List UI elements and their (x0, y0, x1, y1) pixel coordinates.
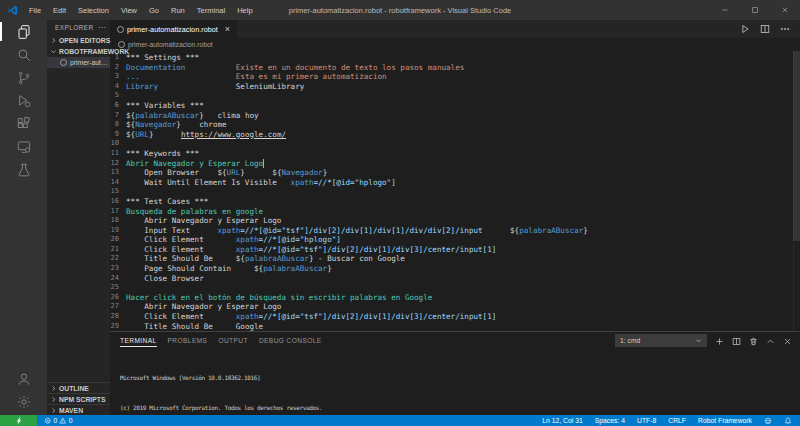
kill-terminal-icon[interactable] (749, 332, 758, 350)
line-content: Page Should Contain ${palabraABuscar} (126, 264, 332, 274)
menu-go[interactable]: Go (143, 6, 165, 15)
remote-explorer-icon[interactable] (0, 135, 47, 158)
code-line-3[interactable]: 3... Esta es mi primera automatizacion (110, 72, 800, 82)
code-line-26[interactable]: 26Hacer click en el botón de búsqueda si… (110, 293, 800, 303)
ellipsis-icon[interactable]: ··· (98, 25, 106, 30)
status-utf-8[interactable]: UTF-8 (637, 417, 656, 424)
code-line-1[interactable]: 1*** Settings *** (110, 53, 800, 63)
bell-icon[interactable] (784, 417, 792, 425)
line-number: 20 (110, 235, 126, 245)
code-line-13[interactable]: 13 Open Browser ${URL} ${Navegador} (110, 168, 800, 178)
line-number: 15 (110, 187, 126, 197)
code-line-24[interactable]: 24 Close Browser (110, 274, 800, 284)
chevron-down-icon (695, 337, 702, 344)
code-line-19[interactable]: 19 Input Text xpath=//*[@id="tsf"]/div[2… (110, 226, 800, 236)
panel-tab-debug-console[interactable]: DEBUG CONSOLE (259, 334, 322, 347)
menu-help[interactable]: Help (231, 6, 258, 15)
menu-selection[interactable]: Selection (72, 6, 115, 15)
panel-tab-bar: TERMINALPROBLEMSOUTPUTDEBUG CONSOLE 1: c… (110, 332, 800, 349)
source-control-icon[interactable] (0, 66, 47, 89)
code-line-2[interactable]: 2Documentation Existe en un documento de… (110, 63, 800, 73)
feedback-smiley-icon[interactable] (764, 417, 772, 425)
problems-status[interactable]: 0 0 (37, 417, 73, 425)
code-line-4[interactable]: 4Library SeleniumLibrary (110, 82, 800, 92)
tab-primer-automatizacion[interactable]: primer-automatizacion.robot × (110, 20, 237, 38)
panel-tabs: TERMINALPROBLEMSOUTPUTDEBUG CONSOLE (120, 334, 322, 347)
code-line-17[interactable]: 17Busqueda de palabras en google (110, 207, 800, 217)
robot-file-icon (117, 26, 124, 33)
line-content: Click Element xpath=//*[@id="hplogo"] (126, 235, 341, 245)
code-line-15[interactable]: 15 (110, 187, 800, 197)
test-beaker-icon[interactable] (0, 158, 47, 181)
code-line-28[interactable]: 28 Click Element xpath=//*[@id="tsf"]/di… (110, 312, 800, 322)
editor-scrollbar[interactable] (793, 51, 800, 331)
code-line-22[interactable]: 22 Title Should Be ${palabraABuscar} - B… (110, 254, 800, 264)
sidebar-section-npm-scripts[interactable]: NPM SCRIPTS (47, 393, 110, 404)
line-number: 8 (110, 120, 126, 130)
panel-tab-output[interactable]: OUTPUT (218, 334, 248, 347)
panel-tab-terminal[interactable]: TERMINAL (120, 334, 157, 347)
line-content: Abrir Navegador y Esperar Logo (126, 302, 281, 312)
panel-tab-problems[interactable]: PROBLEMS (168, 334, 208, 347)
split-terminal-icon[interactable] (732, 332, 741, 350)
status-ln-12-col-31[interactable]: Ln 12, Col 31 (542, 417, 582, 424)
status-crlf[interactable]: CRLF (668, 417, 686, 424)
close-icon[interactable]: × (225, 24, 230, 34)
menu-edit[interactable]: Edit (47, 6, 72, 15)
status-robot-framework[interactable]: Robot Framework (698, 417, 752, 424)
code-line-20[interactable]: 20 Click Element xpath=//*[@id="hplogo"] (110, 235, 800, 245)
line-number: 12 (110, 159, 126, 169)
code-line-27[interactable]: 27 Abrir Navegador y Esperar Logo (110, 302, 800, 312)
line-content: *** Variables *** (126, 101, 204, 111)
account-icon[interactable] (0, 367, 47, 390)
code-line-23[interactable]: 23 Page Should Contain ${palabraABuscar} (110, 264, 800, 274)
minimize-icon[interactable] (710, 0, 740, 20)
menu-view[interactable]: View (115, 6, 143, 15)
line-number: 23 (110, 264, 126, 274)
code-line-12[interactable]: 12Abrir Navegador y Esperar Logo (110, 159, 800, 169)
explorer-icon[interactable] (0, 20, 47, 43)
search-icon[interactable] (0, 43, 47, 66)
open-editors-section[interactable]: OPEN EDITORS (47, 35, 110, 46)
new-terminal-icon[interactable] (715, 332, 724, 350)
robot-file-icon (118, 41, 125, 48)
close-panel-icon[interactable] (783, 332, 792, 350)
menu-file[interactable]: File (23, 6, 47, 15)
maximize-icon[interactable] (740, 0, 770, 20)
sidebar-section-outline[interactable]: OUTLINE (47, 382, 110, 393)
code-line-21[interactable]: 21 Click Element xpath=//*[@id="tsf"]/di… (110, 245, 800, 255)
code-line-8[interactable]: 8${Navegador} chrome (110, 120, 800, 130)
code-line-14[interactable]: 14 Wait Until Element Is Visible xpath=/… (110, 178, 800, 188)
code-line-18[interactable]: 18 Abrir Navegador y Esperar Logo (110, 216, 800, 226)
extensions-icon[interactable] (0, 112, 47, 135)
code-editor[interactable]: 1*** Settings ***2Documentation Existe e… (110, 51, 800, 331)
line-number: 21 (110, 245, 126, 255)
remote-indicator[interactable] (0, 415, 37, 426)
code-line-16[interactable]: 16*** Test Cases *** (110, 197, 800, 207)
split-editor-icon[interactable] (760, 20, 770, 38)
menu-run[interactable]: Run (165, 6, 191, 15)
maximize-panel-icon[interactable] (766, 332, 775, 350)
sidebar-section-maven[interactable]: MAVEN (47, 404, 110, 415)
close-icon[interactable] (770, 0, 800, 20)
code-line-5[interactable]: 5 (110, 91, 800, 101)
more-actions-icon[interactable] (780, 20, 790, 38)
run-icon[interactable] (740, 20, 750, 38)
code-line-29[interactable]: 29 Title Should Be Google (110, 322, 800, 331)
code-line-10[interactable]: 10 (110, 139, 800, 149)
manage-gear-icon[interactable] (0, 390, 47, 413)
code-line-9[interactable]: 9${URL} https://www.google.com/ (110, 130, 800, 140)
code-line-25[interactable]: 25 (110, 283, 800, 293)
code-line-7[interactable]: 7${palabraABuscar} clima hoy (110, 111, 800, 121)
line-content: Click Element xpath=//*[@id="tsf"]/div[2… (126, 245, 496, 255)
status-spaces-4[interactable]: Spaces: 4 (595, 417, 625, 424)
run-debug-icon[interactable] (0, 89, 47, 112)
file-item-primer-automatizacion[interactable]: primer-automatiz... (47, 57, 110, 68)
folder-section-robotframework[interactable]: ROBOTFRAMEWORK (47, 46, 110, 57)
activity-bar-top (0, 20, 47, 181)
terminal-shell-selector[interactable]: 1: cmd (615, 334, 707, 347)
menu-terminal[interactable]: Terminal (191, 6, 231, 15)
code-line-6[interactable]: 6*** Variables *** (110, 101, 800, 111)
breadcrumb[interactable]: primer-automatizacion.robot (110, 38, 800, 51)
code-line-11[interactable]: 11*** Keywords *** (110, 149, 800, 159)
